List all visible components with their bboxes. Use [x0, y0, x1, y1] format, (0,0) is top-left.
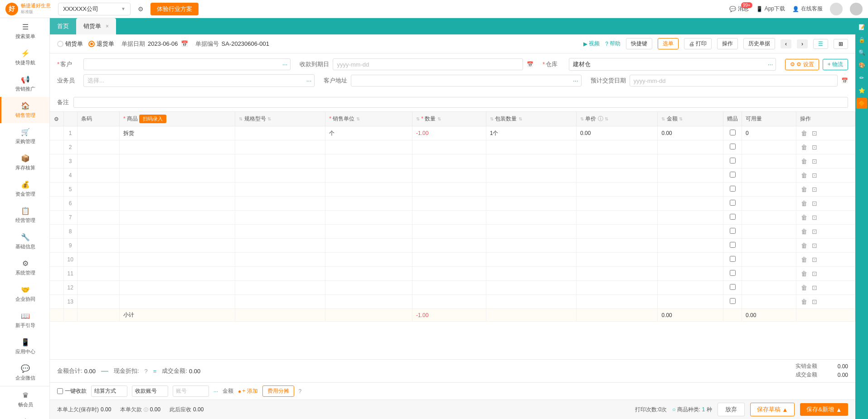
row-price-7[interactable]: [576, 211, 657, 225]
sidebar-item-finance[interactable]: 💰 资金管理: [0, 176, 49, 202]
trial-button[interactable]: 体验行业方案: [150, 3, 199, 15]
row-amount-8[interactable]: [658, 225, 723, 239]
row-price-12[interactable]: [576, 281, 657, 295]
row-amount-5[interactable]: [658, 183, 723, 197]
row-unit-12[interactable]: [325, 281, 412, 295]
row-qty-10[interactable]: [412, 253, 486, 267]
right-panel-orange-icon[interactable]: 🔶: [856, 98, 867, 109]
row-spec-6[interactable]: [235, 197, 325, 211]
sidebar-item-basic-info[interactable]: 🔧 基础信息: [0, 228, 49, 255]
sidebar-item-quicknav[interactable]: ⚡ 快捷导航: [0, 44, 49, 71]
row-pkg-qty-7[interactable]: [486, 211, 576, 225]
row-copy-btn-10[interactable]: ⊡: [811, 255, 818, 264]
sidebar-item-member[interactable]: ♛ 畅会员: [0, 386, 49, 413]
video-link[interactable]: ▶ 视频: [583, 40, 600, 48]
row-unit-9[interactable]: [325, 239, 412, 253]
row-product-11[interactable]: [119, 267, 235, 281]
row-delete-btn-1[interactable]: 🗑: [800, 129, 808, 138]
row-barcode-12[interactable]: [77, 281, 119, 295]
row-gift-9[interactable]: [723, 239, 742, 253]
row-pkg-qty-9[interactable]: [486, 239, 576, 253]
user-avatar2[interactable]: [850, 3, 863, 15]
row-product-5[interactable]: [119, 183, 235, 197]
row-copy-btn-4[interactable]: ⊡: [811, 171, 818, 180]
row-copy-btn-11[interactable]: ⊡: [811, 269, 818, 278]
row-barcode-4[interactable]: [77, 169, 119, 183]
nav-next-btn[interactable]: ›: [797, 39, 808, 48]
row-gift-3[interactable]: [723, 154, 742, 169]
row-amount-10[interactable]: [658, 253, 723, 267]
row-product-9[interactable]: [119, 239, 235, 253]
tab-sales-order[interactable]: 销货单 ×: [76, 18, 116, 34]
row-barcode-13[interactable]: [77, 295, 119, 309]
row-pkg-qty-8[interactable]: [486, 225, 576, 239]
fee-help-icon[interactable]: ?: [299, 388, 302, 395]
row-delete-btn-7[interactable]: 🗑: [800, 213, 808, 222]
row-delete-btn-2[interactable]: 🗑: [800, 143, 808, 152]
row-unit-8[interactable]: [325, 225, 412, 239]
row-spec-7[interactable]: [235, 211, 325, 225]
row-unit-3[interactable]: [325, 154, 412, 169]
row-product-3[interactable]: [119, 154, 235, 169]
row-delete-btn-5[interactable]: 🗑: [800, 185, 808, 194]
sidebar-item-appstore[interactable]: 📱 应用中心: [0, 333, 49, 360]
row-unit-4[interactable]: [325, 169, 412, 183]
row-pkg-qty-12[interactable]: [486, 281, 576, 295]
right-panel-search-icon[interactable]: 🔍: [856, 47, 867, 58]
row-spec-4[interactable]: [235, 169, 325, 183]
notes-input[interactable]: [73, 97, 848, 108]
sidebar-item-enterprise[interactable]: 🤝 企业协同: [0, 281, 49, 307]
save-new-button[interactable]: 保存&新增 ▲: [800, 403, 848, 416]
company-selector[interactable]: XXXXXX公司 ▼: [58, 3, 131, 15]
row-spec-2[interactable]: [235, 140, 325, 154]
row-gift-4[interactable]: [723, 169, 742, 183]
row-spec-12[interactable]: [235, 281, 325, 295]
payment-method-select[interactable]: 结算方式: [91, 385, 127, 397]
row-gift-5[interactable]: [723, 183, 742, 197]
online-service-button[interactable]: 👤 在线客服: [792, 5, 823, 13]
radio-return-order[interactable]: 退货单: [88, 40, 114, 48]
row-product-1[interactable]: 拆货: [119, 126, 235, 140]
row-amount-12[interactable]: [658, 281, 723, 295]
row-qty-5[interactable]: [412, 183, 486, 197]
row-copy-btn-12[interactable]: ⊡: [811, 283, 818, 292]
right-panel-palette-icon[interactable]: 🎨: [856, 60, 867, 71]
row-pkg-qty-3[interactable]: [486, 154, 576, 169]
row-barcode-11[interactable]: [77, 267, 119, 281]
right-panel-star-icon[interactable]: ⭐: [856, 85, 867, 96]
row-gift-13[interactable]: [723, 295, 742, 309]
right-panel-edit-icon[interactable]: ✏: [856, 72, 867, 83]
discount-help-icon[interactable]: ?: [145, 368, 148, 375]
row-copy-btn-9[interactable]: ⊡: [811, 241, 818, 250]
radio-sales-order[interactable]: 销货单: [57, 40, 83, 48]
row-product-13[interactable]: [119, 295, 235, 309]
row-spec-11[interactable]: [235, 267, 325, 281]
row-barcode-1[interactable]: [77, 126, 119, 140]
row-barcode-8[interactable]: [77, 225, 119, 239]
sidebar-item-inventory[interactable]: 📦 库存核算: [0, 149, 49, 176]
row-copy-btn-1[interactable]: ⊡: [811, 129, 818, 138]
row-gift-7[interactable]: [723, 211, 742, 225]
one-click-pay-checkbox[interactable]: 一键收款: [57, 387, 87, 395]
row-pkg-qty-1[interactable]: 1个: [486, 126, 576, 140]
nav-prev-btn[interactable]: ‹: [781, 39, 791, 48]
row-amount-1[interactable]: 0.00: [658, 126, 723, 140]
row-spec-9[interactable]: [235, 239, 325, 253]
row-unit-7[interactable]: [325, 211, 412, 225]
row-barcode-3[interactable]: [77, 154, 119, 169]
row-product-10[interactable]: [119, 253, 235, 267]
logistics-button[interactable]: + 物流: [823, 59, 848, 70]
row-delete-btn-4[interactable]: 🗑: [800, 171, 808, 180]
message-button[interactable]: 💬 消息 99+: [729, 5, 749, 13]
settings-icon[interactable]: ⚙: [134, 3, 147, 15]
app-download-button[interactable]: 📱 App下载: [756, 5, 785, 13]
row-qty-2[interactable]: [412, 140, 486, 154]
row-pkg-qty-5[interactable]: [486, 183, 576, 197]
row-gift-12[interactable]: [723, 281, 742, 295]
payment-account-select[interactable]: 收款账号: [132, 385, 168, 397]
row-spec-10[interactable]: [235, 253, 325, 267]
row-qty-12[interactable]: [412, 281, 486, 295]
row-unit-1[interactable]: 个: [325, 126, 412, 140]
help-link[interactable]: ? 帮助: [605, 40, 621, 48]
abandon-button[interactable]: 放弃: [718, 403, 745, 416]
